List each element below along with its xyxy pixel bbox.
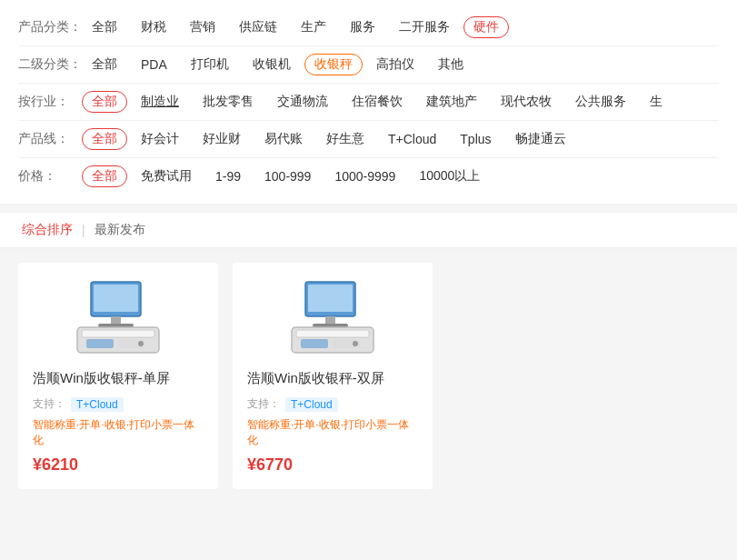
svg-point-8 — [138, 341, 144, 346]
industry-items: 全部 制造业 批发零售 交通物流 住宿餐饮 建筑地产 现代农牧 公共服务 生 — [82, 91, 672, 113]
product-grid: 浩顺Win版收银秤-单屏 支持： T+Cloud 智能称重·开单·收银·打印小票… — [0, 248, 737, 504]
subcategory-row: 二级分类： 全部 PDA 打印机 收银机 收银秤 高拍仪 其他 — [18, 46, 719, 84]
price-all[interactable]: 全部 — [82, 165, 127, 187]
category-items: 全部 财税 营销 供应链 生产 服务 二开服务 硬件 — [82, 16, 509, 38]
product-name-2: 浩顺Win版收银秤-双屏 — [247, 370, 384, 387]
svg-rect-11 — [325, 316, 335, 324]
svg-rect-1 — [94, 285, 138, 312]
ind-transport[interactable]: 交通物流 — [267, 91, 338, 113]
sub-other[interactable]: 其他 — [428, 54, 473, 75]
support-tag-2: T+Cloud — [285, 397, 338, 412]
support-tag-1: T+Cloud — [71, 397, 124, 412]
pl-tplus[interactable]: Tplus — [450, 129, 501, 149]
product-price-2: ¥6770 — [247, 455, 293, 475]
sub-pda[interactable]: PDA — [131, 55, 177, 75]
sort-divider: | — [82, 223, 85, 237]
cat-supply[interactable]: 供应链 — [229, 16, 287, 38]
product-image-2 — [247, 277, 418, 359]
price-100-999[interactable]: 100-999 — [254, 166, 321, 186]
pl-tcloud[interactable]: T+Cloud — [378, 129, 446, 149]
svg-rect-15 — [301, 339, 328, 348]
svg-rect-14 — [296, 330, 369, 337]
price-items: 全部 免费试用 1-99 100-999 1000-9999 10000以上 — [82, 165, 490, 187]
ind-agriculture[interactable]: 现代农牧 — [491, 91, 562, 113]
industry-label: 按行业： — [18, 94, 82, 110]
sub-scale[interactable]: 收银秤 — [304, 54, 363, 75]
sub-cashier[interactable]: 收银机 — [243, 54, 301, 75]
svg-rect-6 — [86, 339, 114, 348]
price-label: 价格： — [18, 168, 82, 185]
ind-all[interactable]: 全部 — [82, 91, 127, 113]
product-price-1: ¥6210 — [33, 455, 78, 475]
cat-production[interactable]: 生产 — [291, 16, 336, 38]
cat-tax[interactable]: 财税 — [131, 16, 176, 38]
product-line-row: 产品线： 全部 好会计 好业财 易代账 好生意 T+Cloud Tplus 畅捷… — [18, 121, 719, 158]
sub-highcam[interactable]: 高拍仪 — [366, 54, 424, 75]
sub-printer[interactable]: 打印机 — [181, 54, 239, 75]
sort-bar: 综合排序 | 最新发布 — [0, 213, 737, 248]
support-label-2: 支持： — [247, 396, 280, 412]
price-row: 价格： 全部 免费试用 1-99 100-999 1000-9999 10000… — [18, 158, 719, 195]
category-label: 产品分类： — [18, 19, 82, 35]
product-support-2: 支持： T+Cloud — [247, 396, 338, 412]
subcategory-items: 全部 PDA 打印机 收银机 收银秤 高拍仪 其他 — [82, 54, 473, 75]
product-desc-2: 智能称重·开单·收银·打印小票一体化 — [247, 417, 418, 448]
support-label-1: 支持： — [33, 396, 65, 412]
ind-hospitality[interactable]: 住宿餐饮 — [342, 91, 413, 113]
product-line-label: 产品线： — [18, 131, 82, 147]
svg-point-17 — [353, 341, 358, 346]
product-card-1[interactable]: 浩顺Win版收银秤-单屏 支持： T+Cloud 智能称重·开单·收银·打印小票… — [18, 263, 218, 489]
product-line-items: 全部 好会计 好业财 易代账 好生意 T+Cloud Tplus 畅捷通云 — [82, 128, 576, 150]
svg-rect-2 — [111, 316, 121, 324]
cat-marketing[interactable]: 营销 — [180, 16, 225, 38]
cat-hardware[interactable]: 硬件 — [463, 16, 509, 38]
pl-easy-account[interactable]: 易代账 — [254, 128, 313, 150]
svg-rect-5 — [82, 330, 154, 337]
cat-all[interactable]: 全部 — [82, 16, 127, 38]
product-name-1: 浩顺Win版收银秤-单屏 — [33, 370, 170, 387]
product-card-2[interactable]: 浩顺Win版收银秤-双屏 支持： T+Cloud 智能称重·开单·收银·打印小票… — [233, 263, 433, 489]
sort-comprehensive[interactable]: 综合排序 — [18, 220, 76, 240]
ind-wholesale[interactable]: 批发零售 — [193, 91, 264, 113]
price-1-99[interactable]: 1-99 — [205, 166, 251, 186]
industry-row: 按行业： 全部 制造业 批发零售 交通物流 住宿餐饮 建筑地产 现代农牧 公共服… — [18, 84, 719, 121]
price-free[interactable]: 免费试用 — [131, 165, 202, 187]
pl-all[interactable]: 全部 — [82, 128, 127, 150]
svg-rect-10 — [308, 285, 353, 312]
price-1000-9999[interactable]: 1000-9999 — [324, 166, 405, 186]
price-10000plus[interactable]: 10000以上 — [409, 165, 490, 187]
ind-public[interactable]: 公共服务 — [565, 91, 636, 113]
sub-all[interactable]: 全部 — [82, 54, 127, 75]
sort-latest[interactable]: 最新发布 — [91, 220, 149, 240]
cat-service[interactable]: 服务 — [340, 16, 385, 38]
ind-construction[interactable]: 建筑地产 — [416, 91, 487, 113]
pl-good-accounting[interactable]: 好会计 — [131, 128, 189, 150]
category-row: 产品分类： 全部 财税 营销 供应链 生产 服务 二开服务 硬件 — [18, 9, 719, 46]
ind-manufacturing[interactable]: 制造业 — [131, 91, 189, 113]
product-support-1: 支持： T+Cloud — [33, 396, 124, 412]
pl-good-business[interactable]: 好生意 — [316, 128, 374, 150]
pl-changjie[interactable]: 畅捷通云 — [505, 128, 576, 150]
pl-good-finance[interactable]: 好业财 — [193, 128, 251, 150]
subcategory-label: 二级分类： — [18, 56, 82, 73]
cat-open[interactable]: 二开服务 — [389, 16, 460, 38]
product-image-1 — [33, 277, 204, 359]
product-desc-1: 智能称重·开单·收银·打印小票一体化 — [33, 417, 204, 448]
filter-section: 产品分类： 全部 财税 营销 供应链 生产 服务 二开服务 硬件 二级分类： 全… — [0, 0, 737, 204]
ind-bio[interactable]: 生 — [640, 91, 672, 113]
